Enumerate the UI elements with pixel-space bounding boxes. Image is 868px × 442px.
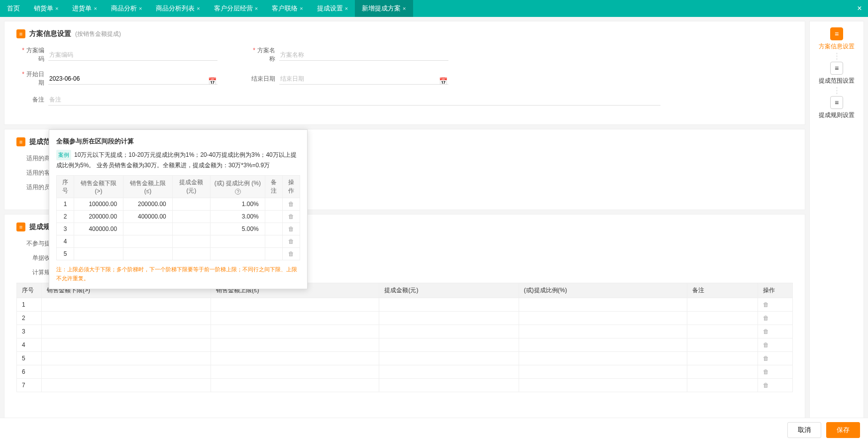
calc-rule-tooltip: 全额参与所在区间段的计算 案例10万元以下无提成；10-20万元提成比例为1%；… (49, 129, 308, 289)
table-row[interactable]: 3🗑 (17, 325, 793, 338)
delete-icon[interactable]: 🗑 (763, 301, 769, 308)
step-icon: ≡ (830, 27, 843, 40)
help-icon[interactable]: ? (235, 189, 241, 195)
tab-new-commission[interactable]: 新增提成方案× (355, 0, 413, 17)
tab-home[interactable]: 首页 (0, 0, 27, 17)
table-row[interactable]: 5🗑 (17, 352, 793, 365)
name-label: 方案名称 (247, 46, 275, 63)
tab-customer-tier[interactable]: 客户分层经营× (207, 0, 265, 17)
col-amount: 提成金额(元) (379, 283, 519, 298)
table-row[interactable]: 1🗑 (17, 298, 793, 312)
step-anchor-panel: ≡ 方案信息设置 ≡ 提成范围设置 ≡ 提成规则设置 (809, 21, 864, 423)
close-icon[interactable]: × (94, 5, 97, 11)
example-tag: 案例 (56, 150, 71, 160)
delete-icon[interactable]: 🗑 (763, 315, 769, 322)
remark-input[interactable] (48, 94, 660, 106)
plan-info-panel: ≡ 方案信息设置 (按销售金额提成) 方案编码 方案名称 开始日期 📅 (4, 21, 805, 125)
delete-icon[interactable]: 🗑 (288, 213, 294, 220)
close-icon[interactable]: × (255, 5, 258, 11)
name-input[interactable] (279, 49, 448, 61)
cancel-button[interactable]: 取消 (787, 422, 821, 427)
tab-purchase[interactable]: 进货单× (65, 0, 104, 17)
delete-icon[interactable]: 🗑 (288, 225, 294, 232)
step-icon: ≡ (830, 96, 843, 109)
calendar-icon[interactable]: 📅 (208, 77, 217, 85)
tooltip-note: 注：上限必须大于下限；多个阶梯时，下一个阶梯下限要等于前一阶梯上限；不同行之间下… (56, 265, 300, 283)
table-row[interactable]: 6🗑 (17, 365, 793, 379)
col-action: 操作 (758, 283, 793, 298)
delete-icon[interactable]: 🗑 (763, 341, 769, 348)
table-row: 2200000.00400000.003.00%🗑 (57, 211, 300, 223)
start-date-input[interactable] (48, 73, 217, 85)
table-row: 3400000.005.00%🗑 (57, 223, 300, 235)
rule-table: 序号 销售金额下限(>) 销售金额上限(≤) 提成金额(元) (或)提成比例(%… (16, 283, 793, 392)
tab-product-analysis-list[interactable]: 商品分析列表× (149, 0, 207, 17)
close-icon[interactable]: × (345, 5, 348, 11)
delete-icon[interactable]: 🗑 (763, 328, 769, 335)
code-input[interactable] (48, 49, 217, 61)
start-date-label: 开始日期 (16, 70, 44, 87)
table-row: 4🗑 (57, 235, 300, 248)
col-percent: (或)提成比例(%) (519, 283, 687, 298)
close-icon[interactable]: × (403, 5, 406, 11)
delete-icon[interactable]: 🗑 (763, 368, 769, 375)
tab-sales[interactable]: 销货单× (27, 0, 65, 17)
close-icon[interactable]: × (55, 5, 58, 11)
close-icon[interactable]: × (300, 5, 303, 11)
col-remark: 备注 (687, 283, 758, 298)
table-row[interactable]: 2🗑 (17, 312, 793, 325)
close-all-tabs[interactable]: × (851, 0, 868, 17)
close-icon[interactable]: × (197, 5, 200, 11)
tooltip-table: 序号 销售金额下限 (>) 销售金额上限 (≤) 提成金额 (元) (或) 提成… (56, 175, 300, 260)
table-row[interactable]: 4🗑 (17, 338, 793, 352)
tab-customer-contact[interactable]: 客户联络× (265, 0, 310, 17)
step-rule[interactable]: ≡ 提成规则设置 (819, 96, 855, 119)
end-date-label: 结束日期 (247, 75, 275, 83)
close-icon[interactable]: × (139, 5, 142, 11)
delete-icon[interactable]: 🗑 (288, 201, 294, 208)
tab-product-analysis[interactable]: 商品分析× (104, 0, 149, 17)
table-row: 5🗑 (57, 248, 300, 260)
panel-title: 方案信息设置 (29, 29, 71, 38)
calendar-icon[interactable]: 📅 (439, 77, 447, 85)
panel-badge-icon: ≡ (16, 222, 25, 231)
tooltip-title: 全额参与所在区间段的计算 (56, 137, 300, 146)
code-label: 方案编码 (16, 46, 44, 63)
step-plan-info[interactable]: ≡ 方案信息设置 (819, 27, 855, 51)
delete-icon[interactable]: 🗑 (288, 250, 294, 257)
step-scope[interactable]: ≡ 提成范围设置 (819, 62, 855, 85)
tab-bar: 首页 销货单× 进货单× 商品分析× 商品分析列表× 客户分层经营× 客户联络×… (0, 0, 868, 17)
delete-icon[interactable]: 🗑 (763, 382, 769, 389)
remark-label: 备注 (16, 96, 44, 104)
panel-badge-icon: ≡ (16, 137, 25, 146)
tooltip-text: 案例10万元以下无提成；10-20万元提成比例为1%；20-40万提成比例为3%… (56, 150, 300, 170)
end-date-input[interactable] (279, 73, 448, 85)
table-row: 1100000.00200000.001.00%🗑 (57, 198, 300, 211)
delete-icon[interactable]: 🗑 (288, 238, 294, 245)
delete-icon[interactable]: 🗑 (763, 355, 769, 362)
panel-subtitle: (按销售金额提成) (75, 30, 121, 38)
save-button[interactable]: 保存 (826, 422, 860, 427)
step-icon: ≡ (830, 62, 843, 75)
footer-bar: 取消 保存 (0, 418, 868, 427)
col-seq: 序号 (17, 283, 42, 298)
panel-badge-icon: ≡ (16, 29, 25, 38)
table-row[interactable]: 7🗑 (17, 379, 793, 392)
tab-commission-setting[interactable]: 提成设置× (310, 0, 355, 17)
